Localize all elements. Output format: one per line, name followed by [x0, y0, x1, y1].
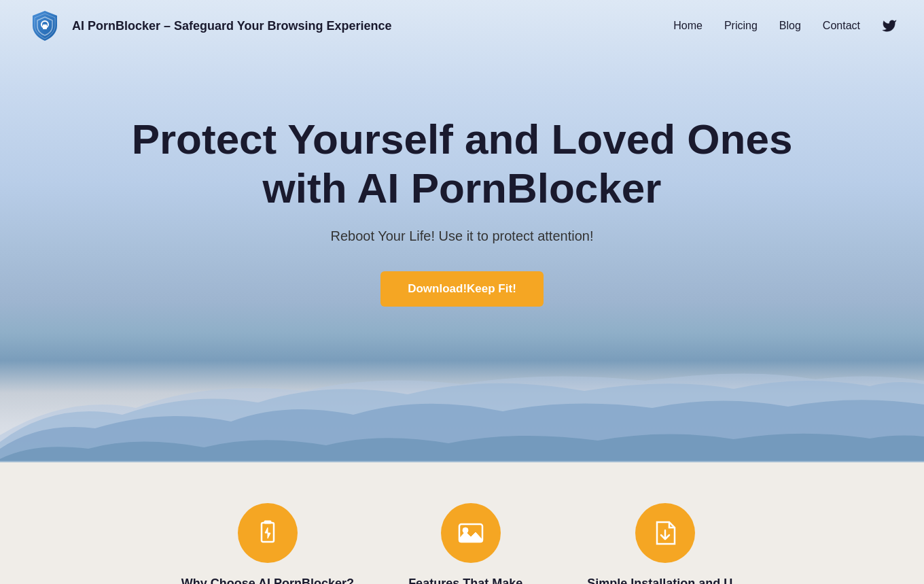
hero-content: Protect Yourself and Loved Ones with AI … [61, 115, 863, 307]
battery-icon [253, 518, 283, 548]
logo-icon [27, 8, 63, 44]
nav-right: Home Pricing Blog Contact [673, 18, 897, 33]
svg-rect-3 [264, 521, 271, 523]
nav-link-home[interactable]: Home [673, 20, 703, 32]
nav-link-contact[interactable]: Contact [823, 20, 860, 32]
mountains-decoration [0, 286, 924, 462]
nav-link-pricing[interactable]: Pricing [724, 20, 758, 32]
hero-subtitle: Reboot Your Life! Use it to protect atte… [88, 228, 836, 244]
svg-rect-1 [43, 24, 47, 29]
hero-cta-button[interactable]: Download!Keep Fit! [380, 271, 544, 307]
feature-icon-features [441, 503, 501, 563]
feature-label-why: Why Choose AI PornBlocker? [181, 577, 354, 584]
nav-title: AI PornBlocker – Safeguard Your Browsing… [72, 19, 391, 33]
navbar: AI PornBlocker – Safeguard Your Browsing… [0, 0, 924, 52]
image-icon [456, 518, 486, 548]
hero-section: Protect Yourself and Loved Ones with AI … [0, 0, 924, 462]
feature-item-why: Why Choose AI PornBlocker? [181, 503, 354, 584]
feature-label-features: Features That Make... [408, 577, 533, 584]
feature-icon-why [238, 503, 298, 563]
download-doc-icon [650, 518, 680, 548]
feature-item-features: Features That Make... [408, 503, 533, 584]
twitter-icon[interactable] [882, 18, 897, 33]
feature-label-install: Simple Installation and U... [587, 577, 743, 584]
feature-icon-install [635, 503, 695, 563]
hero-title: Protect Yourself and Loved Ones with AI … [88, 115, 836, 212]
features-section: Why Choose AI PornBlocker? Features That… [0, 462, 924, 584]
feature-item-install: Simple Installation and U... [587, 503, 743, 584]
nav-link-blog[interactable]: Blog [779, 20, 801, 32]
nav-left: AI PornBlocker – Safeguard Your Browsing… [27, 8, 391, 44]
